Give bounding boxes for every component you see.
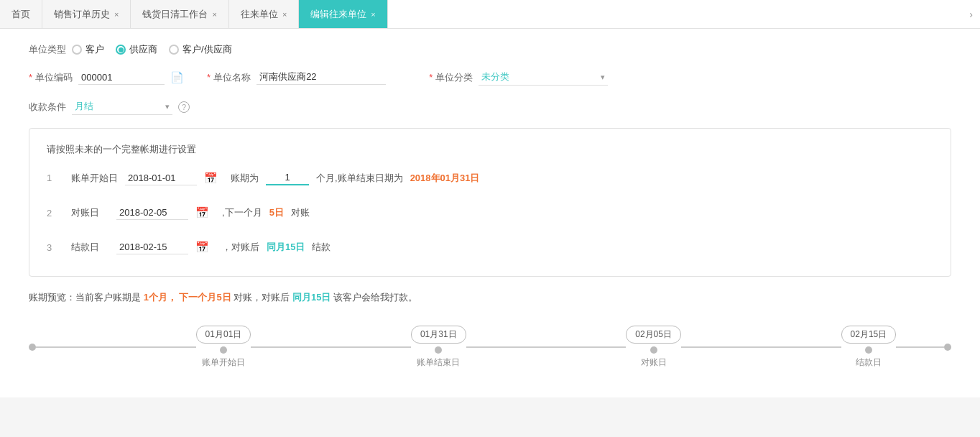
unit-code-icon[interactable]: 📄 xyxy=(170,71,184,84)
unit-code-label: 单位编码 xyxy=(35,71,73,84)
row3-desc-suffix: 结款 xyxy=(312,241,330,254)
tab-home[interactable]: 首页 xyxy=(0,0,42,28)
row-num-3: 3 xyxy=(47,242,64,253)
timeline-line-2 xyxy=(251,346,411,348)
tab-cash-label: 钱货日清工作台 xyxy=(142,8,208,21)
tab-sales-close-icon[interactable]: × xyxy=(114,10,119,19)
category-dropdown-icon: ▾ xyxy=(601,73,605,82)
row3-desc-prefix: ，对账后 xyxy=(222,241,259,254)
preview-label: 账期预览：当前客户账期是 xyxy=(29,292,141,303)
timeline-pill-4: 02月15日 xyxy=(841,326,897,344)
tab-sales-order-history[interactable]: 销售订单历史 × xyxy=(42,0,131,28)
row2-highlight: 5日 xyxy=(269,206,284,219)
payment-date-input[interactable] xyxy=(116,240,188,254)
radio-supplier[interactable]: 供应商 xyxy=(116,43,157,56)
field-label-2: 对账日 xyxy=(71,206,99,219)
radio-supplier-label: 供应商 xyxy=(129,43,157,56)
timeline-node-1: 01月01日 账单开始日 xyxy=(196,326,251,369)
timeline-label-3: 对账日 xyxy=(641,356,667,369)
radio-both-label: 客户/供应商 xyxy=(182,43,232,56)
preview-part3: 对账，对账后 xyxy=(234,292,290,303)
timeline-dot-2 xyxy=(435,346,442,354)
payment-terms-help-icon[interactable]: ? xyxy=(178,101,190,113)
timeline-line-4 xyxy=(681,346,841,348)
period-input[interactable] xyxy=(266,170,309,185)
tab-home-label: 首页 xyxy=(11,8,30,21)
radio-customer-circle xyxy=(72,45,82,55)
payment-terms-select[interactable]: 月结 ▾ xyxy=(72,98,172,115)
timeline-left-dot xyxy=(29,344,36,351)
timeline-dot-1 xyxy=(220,346,227,354)
settings-row-3: 3 结款日 📅 ，对账后 同月15日 结款 xyxy=(47,240,933,254)
tab-cash-close-icon[interactable]: × xyxy=(212,10,216,19)
tab-partner-close-icon[interactable]: × xyxy=(282,10,287,19)
radio-both-circle xyxy=(169,45,179,55)
row-num-2: 2 xyxy=(47,208,64,218)
preview-part1: 1个月， xyxy=(144,292,177,303)
tab-edit-close-icon[interactable]: × xyxy=(371,10,375,19)
timeline-line-1 xyxy=(36,346,196,348)
preview-row: 账期预览：当前客户账期是 1个月， 下一个月5日 对账，对账后 同月15日 该客… xyxy=(29,291,951,304)
payment-terms-label: 收款条件 xyxy=(29,101,66,114)
payment-terms-dropdown-icon: ▾ xyxy=(165,102,170,111)
settings-row-2: 2 对账日 📅 ,下一个月 5日 对账 xyxy=(47,206,933,220)
timeline-pill-2: 01月31日 xyxy=(411,326,466,344)
row2-desc-prefix: ,下一个月 xyxy=(222,206,262,219)
unit-type-radio-group: 客户 供应商 客户/供应商 xyxy=(72,43,232,56)
tab-edit-partner[interactable]: 编辑往来单位 × xyxy=(299,0,387,28)
settings-box: 请按照未来的一个完整帐期进行设置 1 账单开始日 📅 账期为 个月,账单结束日期… xyxy=(29,128,951,277)
timeline-line-5 xyxy=(896,346,944,348)
field-label-1: 账单开始日 xyxy=(71,172,118,185)
row3-highlight: 同月15日 xyxy=(267,241,305,254)
payment-terms-row: 收款条件 月结 ▾ ? xyxy=(29,98,951,115)
timeline-dot-3 xyxy=(650,346,657,354)
tab-edit-label: 编辑往来单位 xyxy=(310,8,366,21)
timeline-label-2: 账单结束日 xyxy=(417,356,460,369)
timeline-dot-4 xyxy=(865,346,872,354)
settings-row-1: 1 账单开始日 📅 账期为 个月,账单结束日期为 2018年01月31日 xyxy=(47,170,933,185)
preview-part4: 同月15日 xyxy=(292,292,330,303)
start-date-calendar-icon[interactable]: 📅 xyxy=(204,172,218,185)
code-required: * xyxy=(29,72,32,83)
preview-part5: 该客户会给我打款。 xyxy=(333,292,417,303)
row1-end-date: 2018年01月31日 xyxy=(410,172,480,185)
row-num-1: 1 xyxy=(47,172,64,183)
unit-category-select[interactable]: 未分类 ▾ xyxy=(479,69,608,86)
reconcile-date-input[interactable] xyxy=(116,206,188,220)
start-date-input[interactable] xyxy=(125,171,197,185)
unit-type-label: 单位类型 xyxy=(29,43,66,56)
unit-name-input[interactable]: 河南供应商22 xyxy=(256,70,386,85)
unit-name-label: 单位名称 xyxy=(213,71,251,84)
tab-overflow-arrow[interactable]: › xyxy=(962,9,980,20)
unit-code-input[interactable]: 000001 xyxy=(78,70,165,85)
radio-supplier-circle xyxy=(116,45,126,55)
timeline-pill-1: 01月01日 xyxy=(196,326,251,344)
timeline-node-4: 02月15日 结款日 xyxy=(841,326,897,369)
tab-cash-ledger[interactable]: 钱货日清工作台 × xyxy=(131,0,228,28)
reconcile-date-calendar-icon[interactable]: 📅 xyxy=(195,206,209,219)
tab-partner-unit[interactable]: 往来单位 × xyxy=(229,0,299,28)
tab-sales-label: 销售订单历史 xyxy=(54,8,110,21)
preview-part2: 下一个月5日 xyxy=(179,292,231,303)
settings-instruction: 请按照未来的一个完整帐期进行设置 xyxy=(47,143,933,156)
row2-desc-suffix: 对账 xyxy=(291,206,310,219)
main-content: 单位类型 客户 供应商 客户/供应商 * 单位编码 000001 📄 * 单位名… xyxy=(0,29,980,397)
field-label-3: 结款日 xyxy=(71,241,99,254)
timeline-label-1: 账单开始日 xyxy=(202,356,245,369)
radio-customer-label: 客户 xyxy=(85,43,104,56)
category-required: * xyxy=(429,72,433,83)
payment-terms-value: 月结 xyxy=(75,100,162,113)
timeline-label-4: 结款日 xyxy=(856,356,882,369)
row1-desc-before: 账期为 xyxy=(231,172,259,185)
radio-both[interactable]: 客户/供应商 xyxy=(169,43,232,56)
timeline: 01月01日 账单开始日 01月31日 账单结束日 02月05日 对账日 xyxy=(29,318,951,383)
radio-customer[interactable]: 客户 xyxy=(72,43,104,56)
unit-category-label: 单位分类 xyxy=(435,71,473,84)
timeline-node-2: 01月31日 账单结束日 xyxy=(411,326,466,369)
payment-date-calendar-icon[interactable]: 📅 xyxy=(195,241,209,254)
unit-category-value: 未分类 xyxy=(481,70,598,83)
timeline-node-3: 02月05日 对账日 xyxy=(626,326,681,369)
unit-type-row: 单位类型 客户 供应商 客户/供应商 xyxy=(29,43,951,56)
row1-desc-mid: 个月,账单结束日期为 xyxy=(316,172,403,185)
name-required: * xyxy=(207,72,211,83)
